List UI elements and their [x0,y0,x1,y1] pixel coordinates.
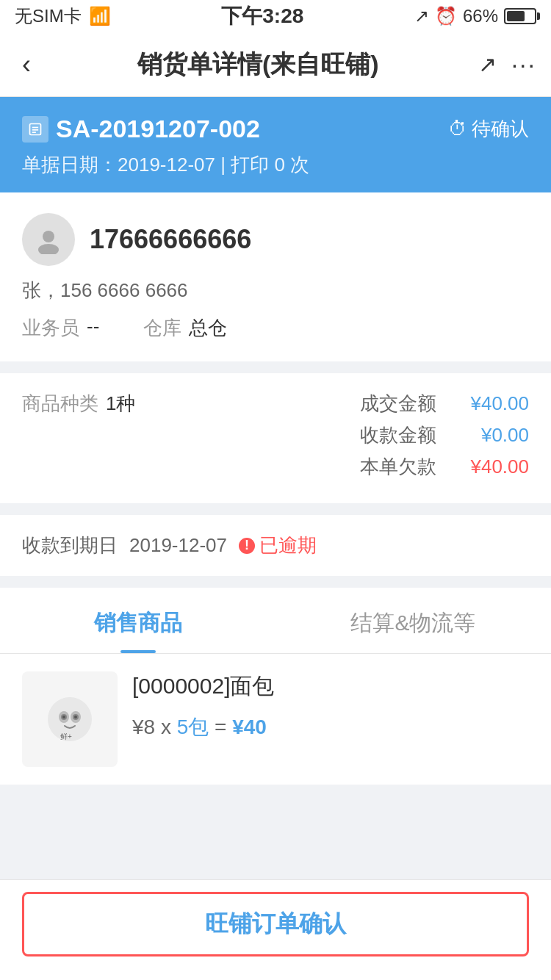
amounts: 成交金额 ¥40.00 收款金额 ¥0.00 本单欠款 ¥40.00 [360,391,529,486]
product-list: 鲜+ [0000002]面包 ¥8 x 5包 = ¥40 [0,654,551,785]
overdue-text: 已逾期 [259,533,317,558]
nav-bar: ‹ 销货单详情(来自旺铺) ↗ ··· [0,32,551,97]
tab-settlement-label: 结算&物流等 [350,610,475,635]
header-top: SA-20191207-002 ⏱ 待确认 [22,115,529,143]
order-date: 单据日期：2019-12-07 | 打印 0 次 [22,152,529,178]
warehouse-label: 仓库 [143,315,181,341]
due-label: 收款到期日 [22,533,118,558]
product-types: 商品种类 1种 [22,391,135,417]
carrier-text: 无SIM卡 [15,4,82,28]
status-right: ↗ ⏰ 66% [414,6,536,26]
salesperson-item: 业务员 -- [22,315,99,341]
order-status: ⏱ 待确认 [448,116,529,142]
page-title: 销货单详情(来自旺铺) [38,48,478,82]
product-item: 鲜+ [0000002]面包 ¥8 x 5包 = ¥40 [22,671,529,767]
more-button[interactable]: ··· [511,50,536,79]
tab-sales-products[interactable]: 销售商品 [0,588,276,653]
status-bar: 无SIM卡 📶 下午3:28 ↗ ⏰ 66% [0,0,551,32]
order-id-icon [22,116,48,143]
tabs-container: 销售商品 结算&物流等 [0,588,551,654]
transaction-amount-row: 成交金额 ¥40.00 [360,391,529,417]
due-date: 2019-12-07 [129,534,227,557]
back-button[interactable]: ‹ [15,42,38,87]
overdue-badge: ! 已逾期 [239,533,317,558]
wifi-icon: 📶 [89,6,111,26]
nav-actions: ↗ ··· [478,50,536,79]
product-price: ¥8 x 5包 = ¥40 [132,713,529,741]
location-icon: ↗ [414,6,429,26]
battery-percent: 66% [463,6,498,26]
overdue-icon: ! [239,538,255,554]
product-name: [0000002]面包 [132,671,529,702]
price-label: ¥8 x [132,716,177,738]
status-clock-icon: ⏱ [448,118,467,140]
debt-amount-row: 本单欠款 ¥40.00 [360,454,529,480]
status-left: 无SIM卡 📶 [15,4,111,28]
svg-point-12 [74,716,77,718]
header-card: SA-20191207-002 ⏱ 待确认 单据日期：2019-12-07 | … [0,97,551,192]
svg-point-5 [38,244,59,254]
battery-icon [504,8,536,24]
svg-point-4 [43,231,54,242]
product-image: 鲜+ [22,671,118,767]
price-separator: = [209,716,232,738]
svg-text:鲜+: 鲜+ [60,732,72,741]
tab-settlement[interactable]: 结算&物流等 [276,588,551,653]
salesperson-value: -- [87,315,99,341]
warehouse-item: 仓库 总仓 [143,315,227,341]
salesperson-label: 业务员 [22,315,79,341]
received-amount-row: 收款金额 ¥0.00 [360,422,529,448]
status-text: 待确认 [472,116,529,142]
customer-top: 17666666666 [22,213,529,266]
received-amount-label: 收款金额 [360,422,436,448]
warehouse-value: 总仓 [189,315,227,341]
order-id: SA-20191207-002 [22,115,260,143]
due-card: 收款到期日 2019-12-07 ! 已逾期 [0,515,551,576]
alarm-icon: ⏰ [435,6,457,26]
product-types-value: 1种 [106,391,135,417]
debt-amount-label: 本单欠款 [360,454,436,480]
status-time: 下午3:28 [221,2,303,30]
summary-card: 商品种类 1种 成交金额 ¥40.00 收款金额 ¥0.00 本单欠款 ¥40.… [0,373,551,503]
customer-card: 17666666666 张，156 6666 6666 业务员 -- 仓库 总仓 [0,192,551,361]
customer-phone: 17666666666 [90,224,251,255]
bottom-bar: 旺铺订单确认 [0,879,551,980]
price-total: ¥40 [232,716,267,738]
share-button[interactable]: ↗ [478,51,497,77]
tab-sales-products-label: 销售商品 [94,610,182,635]
received-amount-value: ¥0.00 [448,424,529,447]
order-id-text: SA-20191207-002 [56,115,260,143]
debt-amount-value: ¥40.00 [448,455,529,478]
avatar [22,213,75,266]
product-info: [0000002]面包 ¥8 x 5包 = ¥40 [132,671,529,741]
svg-point-11 [62,716,65,718]
transaction-amount-value: ¥40.00 [448,392,529,415]
confirm-button[interactable]: 旺铺订单确认 [22,892,529,956]
product-types-label: 商品种类 [22,391,98,417]
customer-contact: 张，156 6666 6666 [22,278,529,303]
customer-meta: 业务员 -- 仓库 总仓 [22,315,529,341]
transaction-amount-label: 成交金额 [360,391,436,417]
price-qty: 5包 [177,716,209,738]
